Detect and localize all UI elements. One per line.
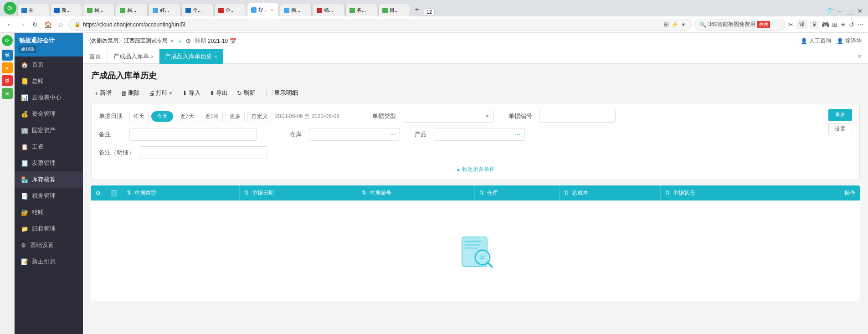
product-filter-select[interactable]: ··· xyxy=(434,128,525,141)
query-button[interactable]: 查询 xyxy=(828,109,852,121)
tab-5[interactable]: 好... xyxy=(149,4,180,16)
sidebar-item-newbill[interactable]: 📝 新王引息 xyxy=(15,253,83,270)
topbar-settings-icon[interactable]: ⚙ xyxy=(185,37,191,45)
apps-icon[interactable]: ⊞ xyxy=(832,21,837,28)
th-number[interactable]: ⇅ 单据编号 xyxy=(357,185,474,200)
game-icon[interactable]: 🎮 xyxy=(822,21,829,28)
sidebar-item-invoice[interactable]: 🧾 发票管理 xyxy=(15,155,83,171)
sidebar-item-capital[interactable]: 💰 资金管理 xyxy=(15,106,83,122)
note-filter-input[interactable] xyxy=(129,128,257,141)
back-button[interactable]: ← xyxy=(5,20,15,30)
custom-btn[interactable]: 自定义 xyxy=(247,111,272,122)
sidebar-item-general[interactable]: 📒 总账 xyxy=(15,73,83,89)
grid-icon[interactable]: ⊞ xyxy=(664,21,669,28)
settings-filter-button[interactable]: 设置 xyxy=(828,123,852,135)
th-settings[interactable]: ⚙ xyxy=(91,185,106,200)
home-button[interactable]: 🏠 xyxy=(43,20,53,30)
new-tab-button[interactable]: + xyxy=(411,4,423,15)
sidebar-item-archive[interactable]: 📁 归档管理 xyxy=(15,221,83,237)
import-button[interactable]: ⬇ 导入 xyxy=(179,87,204,98)
sidebar-item-settings[interactable]: ⚙ 基础设置 xyxy=(15,237,83,253)
show-detail-checkbox[interactable]: 显示明细 xyxy=(262,87,302,98)
yesterday-btn[interactable]: 昨天 xyxy=(129,111,149,122)
dropdown-arrow-icon[interactable]: ▼ xyxy=(681,22,686,27)
add-org-button[interactable]: + xyxy=(178,37,182,45)
sidebar-item-reports[interactable]: 📊 云报表中心 xyxy=(15,89,83,106)
tab-6[interactable]: 个... xyxy=(181,4,213,16)
page-tab-list[interactable]: 产成品入库单 × xyxy=(108,49,159,64)
reload-button[interactable]: ↻ xyxy=(30,20,40,30)
today-btn[interactable]: 今天 xyxy=(151,111,173,122)
sidebar-app-icon-main[interactable]: ⟳ xyxy=(2,35,13,46)
sidebar-item-archive-label: 归档管理 xyxy=(32,225,56,233)
sidebar-app-icon-orange[interactable]: ★ xyxy=(2,62,13,73)
page-tab-home[interactable]: 首页 xyxy=(83,49,108,64)
user-info[interactable]: 👤 徐泽华 xyxy=(837,37,862,45)
org-selector[interactable]: (勿删勿禁用）江西服宝测试专用 ▼ xyxy=(89,37,175,45)
tab-9[interactable]: 腾... xyxy=(280,4,312,16)
close-button[interactable]: ✕ xyxy=(857,7,863,15)
translate-icon[interactable]: 译 xyxy=(796,20,807,29)
tab-4[interactable]: 易... xyxy=(116,4,148,16)
tab-count-badge[interactable]: 12 xyxy=(424,8,435,15)
sidebar-app-icon-red[interactable]: 微 xyxy=(2,75,13,86)
note-detail-input[interactable] xyxy=(140,146,267,159)
add-button[interactable]: + 新增 xyxy=(91,87,115,98)
sidebar-item-fixed[interactable]: 🏢 固定资产 xyxy=(15,122,83,139)
tab-1[interactable]: 在 xyxy=(17,4,49,16)
more-icon[interactable]: ⋯ xyxy=(857,21,863,28)
url-bar[interactable]: 🔒 https://cloud.chanjet.com/accounting/u… xyxy=(68,19,692,31)
th-cost[interactable]: ⇅ 总成本 xyxy=(559,185,660,200)
warehouse-filter-select[interactable]: ··· xyxy=(309,128,400,141)
sidebar-app-icon-green[interactable]: ✉ xyxy=(2,88,13,99)
right-panel-close[interactable]: × xyxy=(851,52,868,61)
scissors-icon[interactable]: ✂ xyxy=(788,21,794,28)
th-type[interactable]: ⇅ 单据类型 xyxy=(122,185,239,200)
delete-button[interactable]: 🗑 删除 xyxy=(117,87,144,98)
month-btn[interactable]: 近1月 xyxy=(201,111,223,122)
theme-icon[interactable]: ☀ xyxy=(840,21,846,28)
calendar-icon[interactable]: 📅 xyxy=(230,38,236,44)
print-button[interactable]: 🖨 打印 ▼ xyxy=(145,87,177,98)
type-filter-select[interactable]: ▼ xyxy=(403,110,494,123)
tab-3[interactable]: 易... xyxy=(83,4,115,16)
tab-11[interactable]: 各... xyxy=(345,4,377,16)
history-back-icon[interactable]: ↺ xyxy=(849,21,854,28)
forward-button[interactable]: → xyxy=(17,20,27,30)
sidebar-item-wages[interactable]: 📋 工资 xyxy=(15,139,83,155)
th-checkbox-box[interactable] xyxy=(111,190,117,196)
page-tab-list-close[interactable]: × xyxy=(151,54,154,59)
number-filter-input[interactable] xyxy=(539,110,616,123)
refresh-button[interactable]: ↻ 刷新 xyxy=(233,87,259,98)
sidebar-app-icon-blue[interactable]: 畅 xyxy=(2,50,13,61)
tab-10[interactable]: 畅... xyxy=(313,4,344,16)
search-bar[interactable]: 🔍 360智能抠图免费用 热搜 xyxy=(694,19,786,31)
shirt-icon[interactable]: 👕 xyxy=(826,7,834,15)
bookmark-button[interactable]: ☆ xyxy=(56,20,66,30)
th-checkbox[interactable] xyxy=(106,185,122,200)
tab-12[interactable]: 目... xyxy=(378,4,410,16)
week-btn[interactable]: 近7天 xyxy=(176,111,198,122)
page-tab-history[interactable]: 产成品入库单历史 × xyxy=(159,49,222,64)
th-status[interactable]: ⇅ 单据状态 xyxy=(661,185,778,200)
th-date[interactable]: ⇅ 单据日期 xyxy=(239,185,357,200)
sidebar-item-close[interactable]: 🔐 结账 xyxy=(15,204,83,221)
collapse-bar[interactable]: ▲ 收起更多条件 xyxy=(99,162,852,173)
tab-2[interactable]: 新... xyxy=(50,4,82,16)
currency-icon[interactable]: ¥ xyxy=(810,21,819,29)
tab-8-close[interactable]: × xyxy=(270,7,273,13)
sidebar-item-home[interactable]: 🏠 首页 xyxy=(15,57,83,73)
tab-8-active[interactable]: 好... × xyxy=(247,3,279,16)
minimize-button[interactable]: ─ xyxy=(837,7,842,15)
tab-7[interactable]: 企... xyxy=(214,4,246,16)
more-btn[interactable]: 更多 xyxy=(226,111,245,122)
lightning-icon[interactable]: ⚡ xyxy=(671,21,678,28)
browser-app-icon[interactable]: ⟳ xyxy=(4,2,16,15)
th-warehouse[interactable]: ⇅ 仓库 xyxy=(474,185,559,200)
export-button[interactable]: ⬆ 导出 xyxy=(206,87,231,98)
service-button[interactable]: 👤 人工咨询 xyxy=(801,37,831,45)
sidebar-item-inventory[interactable]: 🏪 库存核算 xyxy=(15,171,83,188)
sidebar-item-tax[interactable]: 📑 税务管理 xyxy=(15,188,83,204)
maximize-button[interactable]: ⬜ xyxy=(846,7,853,15)
page-tab-history-close[interactable]: × xyxy=(214,54,217,59)
